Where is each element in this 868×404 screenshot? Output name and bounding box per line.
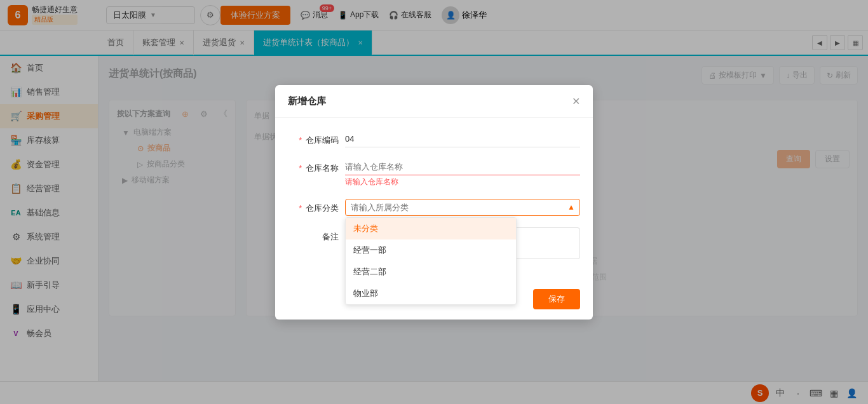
modal-title: 新增仓库: [288, 95, 326, 107]
required-mark: *: [299, 135, 302, 145]
category-dropdown: 未分类 经营一部 经营二部 物业部: [345, 217, 517, 305]
code-input[interactable]: [345, 131, 580, 147]
form-row-category: * 仓库分类 ▲ 未分类 经营一部 经营二部 物业部: [288, 199, 580, 216]
name-control: 请输入仓库名称: [345, 159, 580, 187]
modal-header: 新增仓库 ✕: [275, 85, 593, 118]
dropdown-item-uncategorized[interactable]: 未分类: [346, 218, 516, 239]
modal-close-button[interactable]: ✕: [572, 95, 580, 107]
code-control: [345, 131, 580, 147]
name-input[interactable]: [345, 159, 580, 175]
name-label: * 仓库名称: [288, 159, 339, 174]
notes-label: 备注: [288, 227, 339, 243]
code-label: * 仓库编码: [288, 131, 339, 146]
dropdown-item-dept1[interactable]: 经营一部: [346, 239, 516, 261]
modal-new-warehouse: 新增仓库 ✕ * 仓库编码 * 仓库名称: [275, 85, 593, 320]
name-error-msg: 请输入仓库名称: [345, 177, 580, 187]
dropdown-item-dept2[interactable]: 经营二部: [346, 261, 516, 283]
modal-overlay: 新增仓库 ✕ * 仓库编码 * 仓库名称: [0, 0, 868, 404]
dropdown-item-dept3[interactable]: 物业部: [346, 283, 516, 304]
form-row-code: * 仓库编码: [288, 131, 580, 147]
modal-body: * 仓库编码 * 仓库名称 请输入仓库名称: [275, 118, 593, 283]
category-label: * 仓库分类: [288, 199, 339, 214]
category-control: ▲ 未分类 经营一部 经营二部 物业部: [345, 199, 580, 216]
save-button[interactable]: 保存: [533, 289, 580, 309]
form-row-name: * 仓库名称 请输入仓库名称: [288, 159, 580, 187]
required-mark-2: *: [299, 163, 302, 173]
required-mark-3: *: [299, 203, 302, 213]
category-input[interactable]: [345, 199, 580, 216]
